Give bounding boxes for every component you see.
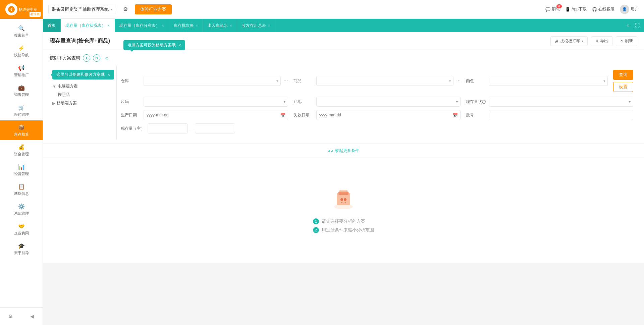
tooltip1-close[interactable]: × <box>178 43 181 48</box>
origin-label: 产地 <box>293 99 314 105</box>
prod-date-field: 生产日期 📅 <box>121 110 288 120</box>
tab-bar-right: × ⛶ <box>621 19 644 32</box>
size-select-wrap <box>144 97 288 107</box>
stock-status-label: 现存量状态 <box>466 99 486 105</box>
sidebar-item-sales-label: 销售管理 <box>14 92 29 97</box>
message-icon: 💬 <box>545 7 550 12</box>
color-select[interactable] <box>489 76 608 86</box>
app-download-btn[interactable]: 📱 App下载 <box>565 6 587 12</box>
sidebar-item-inventory[interactable]: 📦 库存核算 <box>0 120 43 140</box>
scheme-panel: 这里可以创建和修改方案哦 × ▼ 电脑端方案 按照品 ▶ 移动端方案 <box>50 66 117 140</box>
collapse-conditions-btn[interactable]: ∧∧ 收起更多条件 <box>324 147 363 155</box>
size-label: 尺码 <box>121 99 141 105</box>
scheme-item-product-label: 按照品 <box>58 92 114 98</box>
sidebar-item-inventory-label: 库存核算 <box>14 132 29 137</box>
sidebar-item-search[interactable]: 🔍 搜索菜单 <box>0 21 43 41</box>
svg-point-6 <box>344 198 346 201</box>
tab-close-all-btn[interactable]: × <box>624 21 632 30</box>
sales-icon: 💼 <box>18 84 25 91</box>
sidebar-item-basic[interactable]: 📋 基础信息 <box>0 180 43 200</box>
origin-select[interactable] <box>316 97 461 107</box>
system-selector[interactable]: 装备及固定资产辅助管理系统 ▾ <box>48 5 116 14</box>
sidebar-item-sales[interactable]: 💼 销售管理 <box>0 81 43 101</box>
quick-icon: ⚡ <box>18 45 25 51</box>
sidebar-item-system[interactable]: ⚙️ 系统管理 <box>0 200 43 219</box>
refresh-icon: ↻ <box>620 39 624 44</box>
exp-date-input[interactable] <box>316 110 461 120</box>
sidebar-item-collab[interactable]: 🤝 企业协同 <box>0 219 43 239</box>
scheme-group-pc[interactable]: ▼ 电脑端方案 <box>50 82 116 91</box>
warehouse-select[interactable] <box>144 76 281 86</box>
tab-receive_summary[interactable]: 收发存汇总表× <box>237 19 275 32</box>
tooltip-edit-scheme: 这里可以创建和修改方案哦 × <box>52 70 114 79</box>
back-btn[interactable]: « <box>103 54 110 62</box>
collapse-up-icon: ∧∧ <box>328 149 334 153</box>
sidebar-item-marketing[interactable]: 📢 营销推广 <box>0 61 43 81</box>
tooltip2-close[interactable]: × <box>107 72 110 77</box>
cycle-scheme-btn[interactable]: ↻ <box>93 54 100 62</box>
tab-inventory_status-close[interactable]: × <box>108 24 110 28</box>
tab-inout_flow-label: 出入库流水 <box>208 23 228 29</box>
page-area: 现存量查询(按仓库+商品) 🖨 按模板打印 ▾ ⬇ 导出 ↻ 刷新 <box>43 32 644 325</box>
goods-label: 商品 <box>293 78 314 84</box>
stock-qty-to[interactable] <box>195 123 235 133</box>
tab-fullscreen-btn[interactable]: ⛶ <box>633 21 641 30</box>
sidebar-item-guide[interactable]: 🎓 新手引导 <box>0 239 43 259</box>
stock-qty-range: — <box>148 123 288 133</box>
sidebar-item-search-label: 搜索菜单 <box>14 33 29 38</box>
exp-date-cal-icon[interactable]: 📅 <box>452 113 458 118</box>
goods-dots-btn[interactable]: ··· <box>456 78 461 84</box>
collapse-sidebar-btn[interactable]: ◀ <box>27 312 37 321</box>
batch-input[interactable] <box>489 110 633 120</box>
gear-button[interactable]: ⚙ <box>120 4 131 15</box>
online-service-btn[interactable]: 🎧 在线客服 <box>592 6 614 12</box>
scheme-group-mobile[interactable]: ▶ 移动端方案 <box>50 99 116 107</box>
warehouse-field: 仓库 ··· <box>121 76 288 86</box>
message-badge: 6 <box>556 4 562 8</box>
tab-inventory_dist-close[interactable]: × <box>162 24 164 28</box>
message-btn[interactable]: 💬 消息 6 <box>545 6 560 12</box>
stock-status-select[interactable] <box>489 97 633 107</box>
tab-batch_account[interactable]: 库存批次账× <box>169 19 203 32</box>
tab-receive_summary-close[interactable]: × <box>268 24 270 28</box>
tab-inventory_dist[interactable]: 现存量（库存分布表）× <box>115 19 169 32</box>
filter-row-3: 生产日期 📅 失效日期 📅 <box>121 110 633 120</box>
sidebar-item-purchase[interactable]: 🛒 采购管理 <box>0 101 43 120</box>
sidebar-item-finance[interactable]: 💰 资金管理 <box>0 140 43 160</box>
header-right: 💬 消息 6 📱 App下载 🎧 在线客服 👤 用户 <box>545 5 639 14</box>
user-btn[interactable]: 👤 用户 <box>620 5 639 14</box>
print-btn[interactable]: 🖨 按模板打印 ▾ <box>550 36 588 46</box>
warehouse-dots-btn[interactable]: ··· <box>283 78 288 84</box>
stock-qty-label: 现存量（主） <box>121 126 145 131</box>
page-actions: 🖨 按模板打印 ▾ ⬇ 导出 ↻ 刷新 <box>550 36 637 46</box>
query-btn[interactable]: 查询 <box>613 70 633 80</box>
sidebar: 6 畅通好生意 标准版 🔍 搜索菜单 ⚡ 快捷导航 📢 营销推广 💼 销售管理 … <box>0 0 43 325</box>
refresh-btn[interactable]: ↻ 刷新 <box>616 36 637 46</box>
tab-inout_flow-close[interactable]: × <box>230 24 232 28</box>
sidebar-item-quick[interactable]: ⚡ 快捷导航 <box>0 41 43 61</box>
scheme-item-product[interactable]: 按照品 <box>50 91 116 99</box>
marketing-icon: 📢 <box>18 64 25 71</box>
chevron-down-icon: ▾ <box>582 39 583 43</box>
goods-select[interactable] <box>316 76 453 86</box>
tab-home-label: 首页 <box>48 23 56 29</box>
size-select[interactable] <box>144 97 288 107</box>
scheme-group-mobile-label: 移动端方案 <box>57 100 114 106</box>
sidebar-item-operation[interactable]: 📊 经营管理 <box>0 160 43 180</box>
basic-icon: 📋 <box>18 183 25 190</box>
stock-qty-from[interactable] <box>148 123 188 133</box>
prod-date-cal-icon[interactable]: 📅 <box>280 113 285 118</box>
tab-inventory_status[interactable]: 现存量（库存状况表）× <box>61 19 115 32</box>
add-scheme-btn[interactable]: + <box>83 54 90 62</box>
tab-home[interactable]: 首页 <box>43 19 61 32</box>
goods-field: 商品 ··· <box>293 76 461 86</box>
color-select-wrap <box>489 76 608 86</box>
reset-btn[interactable]: 设置 <box>613 82 633 92</box>
settings-btn[interactable]: ⚙ <box>6 312 15 321</box>
collapse-bar: ∧∧ 收起更多条件 <box>43 144 644 158</box>
tab-inout_flow[interactable]: 出入库流水× <box>203 19 237 32</box>
export-btn[interactable]: ⬇ 导出 <box>591 36 612 46</box>
industry-btn[interactable]: 体验行业方案 <box>135 4 172 14</box>
tab-batch_account-close[interactable]: × <box>196 24 198 28</box>
prod-date-input[interactable] <box>144 110 288 120</box>
